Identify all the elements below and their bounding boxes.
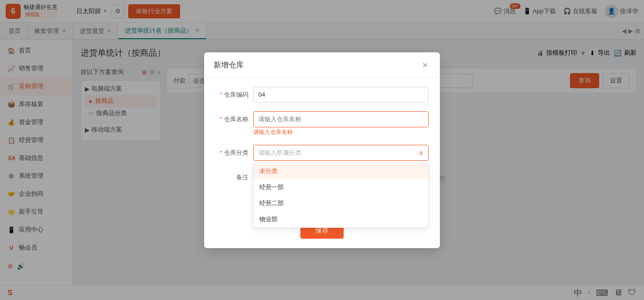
category-dropdown: 未分类 经营一部 经营二部 物业部 — [253, 163, 429, 228]
category-field: 请输入所属分类 ∧ 未分类 经营一部 经营二部 — [253, 145, 429, 161]
modal-overlay: 新增仓库 ✕ 仓库编码 仓库名称 请输入仓库名称 仓库分类 — [0, 0, 644, 300]
modal-close-button[interactable]: ✕ — [419, 60, 430, 71]
category-label: 仓库分类 — [215, 145, 253, 157]
note-label: 备注 — [215, 169, 253, 182]
code-field — [253, 87, 429, 103]
modal-body: 仓库编码 仓库名称 请输入仓库名称 仓库分类 请输入所属分类 — [204, 77, 440, 217]
modal-header: 新增仓库 ✕ — [204, 52, 440, 77]
dropdown-item-dept2[interactable]: 经营二部 — [254, 195, 428, 211]
form-row-code: 仓库编码 — [215, 87, 429, 103]
form-row-category: 仓库分类 请输入所属分类 ∧ 未分类 经营一部 — [215, 145, 429, 161]
name-error: 请输入仓库名称 — [253, 128, 429, 136]
name-input[interactable] — [253, 111, 429, 127]
form-row-name: 仓库名称 请输入仓库名称 — [215, 111, 429, 136]
code-label: 仓库编码 — [215, 87, 253, 99]
modal-title: 新增仓库 — [214, 60, 244, 70]
dropdown-item-property[interactable]: 物业部 — [254, 211, 428, 227]
name-field: 请输入仓库名称 — [253, 111, 429, 136]
dropdown-item-uncategorized[interactable]: 未分类 — [254, 163, 428, 179]
category-chevron-up-icon: ∧ — [419, 149, 423, 157]
name-label: 仓库名称 — [215, 111, 253, 124]
code-input[interactable] — [253, 87, 429, 103]
add-warehouse-modal: 新增仓库 ✕ 仓库编码 仓库名称 请输入仓库名称 仓库分类 — [204, 52, 440, 248]
dropdown-item-dept1[interactable]: 经营一部 — [254, 179, 428, 195]
category-placeholder: 请输入所属分类 — [258, 149, 301, 157]
category-select[interactable]: 请输入所属分类 ∧ — [253, 145, 429, 161]
